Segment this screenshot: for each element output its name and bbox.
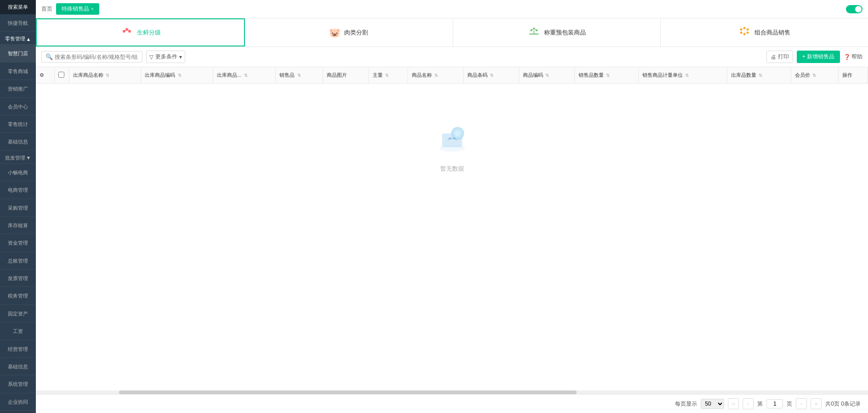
prev-page-button[interactable]: ‹ xyxy=(743,398,754,409)
sidebar-item-fixed-assets[interactable]: 固定资产 xyxy=(0,305,36,322)
cat-tab-meat-split[interactable]: 🐷 肉类分割 xyxy=(245,18,453,46)
per-page-select[interactable]: 10 20 50 100 xyxy=(701,399,724,409)
sidebar-item-retail-mall[interactable]: 零售商城 xyxy=(0,63,36,80)
sidebar-item-tax-mgmt[interactable]: 税务管理 xyxy=(0,287,36,304)
sidebar-item-wholesale-mgmt[interactable]: 批发管理 ▼ xyxy=(0,151,36,164)
active-tab[interactable]: 特殊销售品 × xyxy=(56,3,99,15)
sort-icon: ⇅ xyxy=(244,73,248,78)
sidebar-item-purchase-mgmt[interactable]: 采购管理 xyxy=(0,199,36,217)
page-number-input[interactable] xyxy=(766,399,783,408)
topbar-right xyxy=(846,5,862,13)
category-tabs: 生鲜分级 🐷 肉类分割 称重预包装商品 xyxy=(36,18,868,47)
data-table: ⚙ 出库商品名称 ⇅ 出库商品编码 ⇅ 出库商品... ⇅ xyxy=(36,67,868,84)
sidebar-item-marketing[interactable]: 营销推广 xyxy=(0,80,36,98)
cat-tab-weight-pack-label: 称重预包装商品 xyxy=(544,29,586,37)
sidebar-item-mini-app[interactable]: 小畅电商 xyxy=(0,164,36,181)
cat-tab-combo-sales[interactable]: 组合商品销售 xyxy=(661,18,868,46)
svg-point-16 xyxy=(743,33,746,35)
close-tab-icon[interactable]: × xyxy=(91,6,94,11)
weight-pack-icon xyxy=(528,26,540,39)
svg-point-14 xyxy=(747,29,749,31)
sort-icon: ⇅ xyxy=(297,73,301,78)
last-page-icon: » xyxy=(815,401,817,407)
col-sale-qty[interactable]: 销售品数量 ⇅ xyxy=(575,67,639,84)
col-gear[interactable]: ⚙ xyxy=(36,67,54,84)
sidebar-logo[interactable]: 搜索菜单 xyxy=(0,0,36,14)
first-page-icon: « xyxy=(732,401,735,407)
col-sale-unit[interactable]: 销售商品计量单位 ⇅ xyxy=(639,67,727,84)
cat-tab-weight-pack[interactable]: 称重预包装商品 xyxy=(453,18,661,46)
home-link[interactable]: 首页 xyxy=(41,5,52,13)
sidebar-item-sys-mgmt[interactable]: 系统管理 xyxy=(0,375,36,393)
sidebar-item-quick-nav[interactable]: 快捷导航 xyxy=(0,14,36,32)
sidebar-item-newbie[interactable]: 新手引导 xyxy=(0,411,36,413)
scroll-thumb[interactable] xyxy=(119,390,577,394)
prev-page-icon: ‹ xyxy=(747,401,749,407)
print-label: 打印 xyxy=(778,53,789,61)
svg-point-25 xyxy=(454,138,455,139)
cat-tab-fresh-grade-label: 生鲜分级 xyxy=(137,29,161,37)
table-header-row: ⚙ 出库商品名称 ⇅ 出库商品编码 ⇅ 出库商品... ⇅ xyxy=(36,67,868,84)
print-button[interactable]: 🖨 打印 xyxy=(766,51,793,63)
help-icon: ❓ xyxy=(844,54,851,60)
horizontal-scrollbar[interactable] xyxy=(36,390,868,394)
sidebar-item-ops-mgmt[interactable]: 经营管理 xyxy=(0,340,36,358)
sidebar-item-finance[interactable]: 资金管理 xyxy=(0,234,36,252)
sidebar-item-wages[interactable]: 工资 xyxy=(0,322,36,340)
filter-button[interactable]: ▽ 更多条件 ▾ xyxy=(146,51,185,63)
col-out-name[interactable]: 出库商品名称 ⇅ xyxy=(69,67,141,84)
empty-state: 暂无数据 xyxy=(36,84,868,210)
col-out-spec[interactable]: 出库商品... ⇅ xyxy=(213,67,276,84)
select-all-checkbox[interactable] xyxy=(58,72,64,78)
sidebar-item-retail-mgmt[interactable]: 零售管理 ▲ xyxy=(0,32,36,45)
col-goods-code[interactable]: 商品编码 ⇅ xyxy=(519,67,575,84)
col-out-code[interactable]: 出库商品编码 ⇅ xyxy=(141,67,213,84)
help-button[interactable]: ❓ 帮助 xyxy=(844,53,862,61)
search-input[interactable] xyxy=(55,54,137,60)
col-check[interactable] xyxy=(54,67,69,84)
col-sale-item[interactable]: 销售品 ⇅ xyxy=(276,67,323,84)
sidebar-item-smart-store[interactable]: 智慧门店 xyxy=(0,45,36,62)
active-tab-label: 特殊销售品 xyxy=(62,5,89,13)
cat-tab-combo-sales-label: 组合商品销售 xyxy=(755,29,790,37)
sort-icon: ⇅ xyxy=(812,73,816,78)
sidebar-item-enterprise[interactable]: 企业协同 xyxy=(0,393,36,411)
sidebar-item-general-ledger[interactable]: 总账管理 xyxy=(0,252,36,270)
col-goods-name[interactable]: 商品名称 ⇅ xyxy=(408,67,464,84)
first-page-button[interactable]: « xyxy=(728,398,739,409)
pagination: 每页显示 10 20 50 100 « ‹ 第 页 › » 共0页 0条记录 xyxy=(36,394,868,413)
sidebar-item-basic-info2[interactable]: 基础信息 xyxy=(0,358,36,375)
filter-arrow-icon: ▾ xyxy=(179,54,182,60)
sidebar-item-ecom-mgmt[interactable]: 电商管理 xyxy=(0,181,36,199)
cat-tab-fresh-grade[interactable]: 生鲜分级 xyxy=(36,18,245,46)
svg-point-15 xyxy=(740,32,743,34)
sidebar-item-member-center[interactable]: 会员中心 xyxy=(0,98,36,115)
table-container: ⚙ 出库商品名称 ⇅ 出库商品编码 ⇅ 出库商品... ⇅ xyxy=(36,67,868,390)
main-content: 首页 特殊销售品 × 生鲜分级 🐷 肉类分割 xyxy=(36,0,868,413)
toggle-button[interactable] xyxy=(846,5,862,13)
search-box[interactable]: 🔍 xyxy=(41,51,142,63)
filter-icon: ▽ xyxy=(149,54,153,60)
svg-point-13 xyxy=(743,27,746,29)
sidebar-item-basic-info[interactable]: 基础信息 xyxy=(0,133,36,150)
col-op: 操作 xyxy=(839,67,868,84)
sort-icon: ⇅ xyxy=(385,73,389,78)
search-icon: 🔍 xyxy=(45,53,53,60)
sidebar-item-invoice-mgmt[interactable]: 发票管理 xyxy=(0,270,36,287)
last-page-button[interactable]: » xyxy=(811,398,822,409)
svg-line-9 xyxy=(534,29,537,30)
col-member-price[interactable]: 会员价 ⇅ xyxy=(791,67,839,84)
col-barcode[interactable]: 商品条码 ⇅ xyxy=(464,67,519,84)
col-main-unit[interactable]: 主量 ⇅ xyxy=(369,67,408,84)
svg-point-17 xyxy=(747,32,749,34)
next-page-button[interactable]: › xyxy=(796,398,807,409)
next-page-icon: › xyxy=(800,401,802,407)
col-out-qty[interactable]: 出库品数量 ⇅ xyxy=(727,67,791,84)
sort-icon: ⇅ xyxy=(490,73,494,78)
sidebar-item-inventory[interactable]: 库存核算 xyxy=(0,217,36,234)
svg-point-24 xyxy=(449,138,451,139)
meat-split-icon: 🐷 xyxy=(329,27,340,38)
sidebar-item-retail-stats[interactable]: 零售统计 xyxy=(0,115,36,133)
add-sale-item-button[interactable]: + 新增销售品 xyxy=(797,51,840,63)
sort-icon: ⇅ xyxy=(759,73,762,78)
